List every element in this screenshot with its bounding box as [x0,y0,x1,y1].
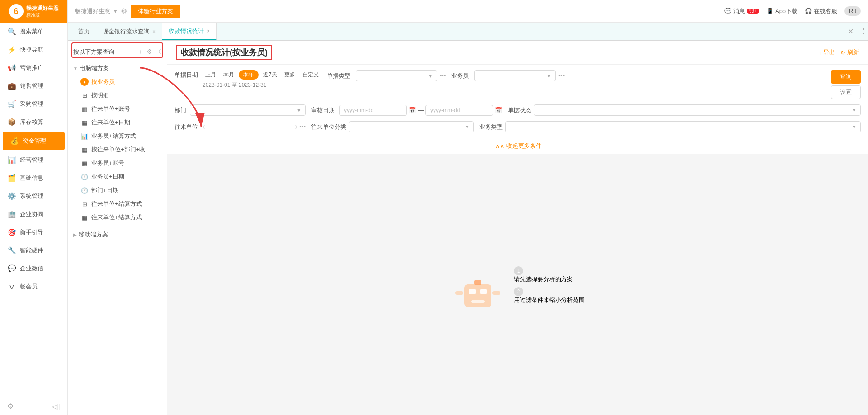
trial-btn[interactable]: 体验行业方案 [131,5,180,18]
salesperson-chevron: ▾ [547,72,551,79]
step1-num: 1 [514,266,523,275]
scheme-item-salesperson-account[interactable]: ▦ 业务员+账号 [68,156,167,170]
query-btn-group: 查询 设置 [831,70,861,99]
sidebar-item-quick-nav[interactable]: ⚡ 快捷导航 [0,41,67,59]
sidebar-settings-icon[interactable]: ⚙ [7,402,14,410]
sidebar-item-search-menu[interactable]: 🔍 搜索菜单 [0,23,67,41]
salesperson-select[interactable]: ▾ [474,70,556,81]
step1-text: 请先选择要分析的方案 [514,276,573,283]
user-avatar[interactable]: Rit [844,6,861,16]
tab-cash-flow-label: 现金银行流水查询 [103,28,150,36]
sidebar-item-purchase[interactable]: 🛒 采购管理 [0,95,67,113]
sidebar-item-inventory[interactable]: 📦 库存核算 [0,113,67,131]
query-btn[interactable]: 查询 [831,70,861,84]
dept-select[interactable]: ▾ [190,104,306,116]
sidebar-item-guide[interactable]: 🎯 新手引导 [0,223,67,241]
date-shortcut-custom[interactable]: 自定义 [300,70,321,80]
sidebar-label-search-menu: 搜索菜单 [20,28,43,36]
header-dropdown-icon[interactable]: ▾ [114,8,117,14]
scheme-item-counterpart-settlement2[interactable]: ▦ 往来单位+结算方式 [68,211,167,224]
scheme-item-counterpart-date[interactable]: ▦ 往来单位+日期 [68,116,167,129]
collapse-label: 收起更多条件 [506,142,542,150]
mobile-section-header[interactable]: ▶ 移动端方案 [68,228,167,241]
review-date-calendar2[interactable]: 📅 [495,107,502,113]
business-type-select[interactable]: ▾ [505,121,861,132]
voucher-status-select[interactable]: ▾ [534,104,861,116]
sidebar-item-sales[interactable]: 💼 销售管理 [0,77,67,95]
scheme-item-salesperson-settlement[interactable]: 📊 业务员+结算方式 [68,129,167,143]
svg-rect-6 [492,291,500,295]
voucher-type-group: 单据类型 ▾ ••• [327,70,446,81]
logo-icon: 6 [9,4,24,19]
sidebar-label-operations: 经营管理 [20,156,43,164]
date-shortcut-more[interactable]: 更多 [282,70,298,80]
sidebar-label-enterprise: 企业协同 [20,210,43,218]
date-shortcut-last-month[interactable]: 上月 [203,70,219,80]
tabs-close-all-icon[interactable]: ✕ [848,27,854,36]
counterpart-category-select[interactable]: ▾ [349,121,474,132]
scheme-label-counterpart-date: 往来单位+日期 [91,118,130,127]
sidebar-item-hardware[interactable]: 🔧 智能硬件 [0,241,67,259]
date-shortcut-this-year[interactable]: 本年 [239,70,259,80]
review-date-calendar1[interactable]: 📅 [409,107,416,113]
sidebar-item-enterprise[interactable]: 🏢 企业协同 [0,205,67,223]
scheme-item-salesperson-date[interactable]: 🕐 业务员+日期 [68,170,167,184]
sidebar-item-member[interactable]: V 畅会员 [0,278,67,296]
review-date-start[interactable]: yyyy-mm-dd [339,105,407,116]
counterpart-label: 往来单位 [175,123,201,131]
app-download-btn[interactable]: 📱 App下载 [766,7,797,15]
tab-cash-flow[interactable]: 现金银行流水查询 × [96,23,162,40]
sidebar-item-operations[interactable]: 📊 经营管理 [0,151,67,169]
counterpart-category-label: 往来单位分类 [311,123,346,131]
scheme-item-by-salesperson[interactable]: ● 按业务员 [68,75,167,89]
sidebar-item-system[interactable]: ⚙️ 系统管理 [0,187,67,205]
refresh-label: 刷新 [847,48,859,57]
sidebar-item-finance[interactable]: 💰 资金管理 [3,132,65,150]
sidebar-collapse-icon[interactable]: ◁‖ [52,403,60,410]
date-shortcut-this-month[interactable]: 本月 [221,70,237,80]
scheme-settings-btn[interactable]: ⚙ [146,48,152,56]
header-gear-icon[interactable]: ⚙ [121,7,127,15]
scheme-item-dept-date[interactable]: 🕐 部门+日期 [68,184,167,197]
collapse-more-btn[interactable]: ∧∧ 收起更多条件 [167,138,868,154]
scheme-item-counterpart-account[interactable]: ▦ 往来单位+账号 [68,102,167,116]
review-date-label: 审核日期 [311,106,337,114]
scheme-label-by-salesperson: 按业务员 [91,78,115,86]
settings-filter-btn[interactable]: 设置 [831,85,861,99]
sidebar-item-marketing[interactable]: 📢 营销推广 [0,59,67,77]
scheme-item-counterpart-settlement1[interactable]: ⊞ 往来单位+结算方式 [68,197,167,211]
online-service-btn[interactable]: 🎧 在线客服 [805,7,837,15]
voucher-type-select[interactable]: ▾ [356,70,437,81]
desktop-section-header[interactable]: ▼ 电脑端方案 [68,61,167,75]
online-service-label: 在线客服 [814,7,837,15]
refresh-btn[interactable]: ↻ 刷新 [840,48,859,57]
counterpart-more-icon[interactable]: ••• [299,123,306,130]
review-date-end[interactable]: yyyy-mm-dd [425,105,493,116]
sidebar-item-basic[interactable]: 🗂️ 基础信息 [0,169,67,187]
tab-home[interactable]: 首页 [71,23,96,40]
counterpart-input[interactable] [203,125,297,129]
scheme-collapse-btn[interactable]: 《 [155,48,161,56]
phone-icon: 📱 [766,8,774,14]
voucher-type-more-icon[interactable]: ••• [440,72,446,79]
salesperson-more-icon[interactable]: ••• [558,72,565,79]
sidebar-icon-enterprise: 🏢 [7,210,16,219]
svg-rect-4 [474,280,481,285]
left-panel-header: 按以下方案查询 ＋ ⚙ 《 [68,44,167,60]
review-date-group: 审核日期 yyyy-mm-dd 📅 — yyyy-mm-dd 📅 [311,105,502,116]
mobile-section: ▶ 移动端方案 [68,226,167,243]
scheme-item-counterpart-dept-receipt[interactable]: ▦ 按往来单位+部门+收... [68,143,167,156]
tab-cash-flow-close[interactable]: × [152,28,156,35]
date-shortcut-7days[interactable]: 近7天 [260,70,280,80]
tab-receipts-close[interactable]: × [207,28,210,34]
logo: 6 畅捷通好生意 标准版 [0,0,67,23]
tab-receipts[interactable]: 收款情况统计 × [162,23,217,40]
add-scheme-btn[interactable]: ＋ [137,48,144,56]
scheme-item-by-detail[interactable]: ⊞ 按明细 [68,89,167,102]
desktop-section: ▼ 电脑端方案 ● 按业务员 ⊞ 按明细 ▦ 往来单位+账号 ▦ 往来单位+日期… [68,60,167,226]
message-btn[interactable]: 💬 消息 99+ [724,7,759,15]
business-type-label: 业务类型 [479,123,503,131]
export-btn[interactable]: ↑ 导出 [819,48,835,57]
sidebar-item-wechat[interactable]: 💬 企业微信 [0,259,67,278]
tabs-maximize-icon[interactable]: ⛶ [857,28,864,36]
